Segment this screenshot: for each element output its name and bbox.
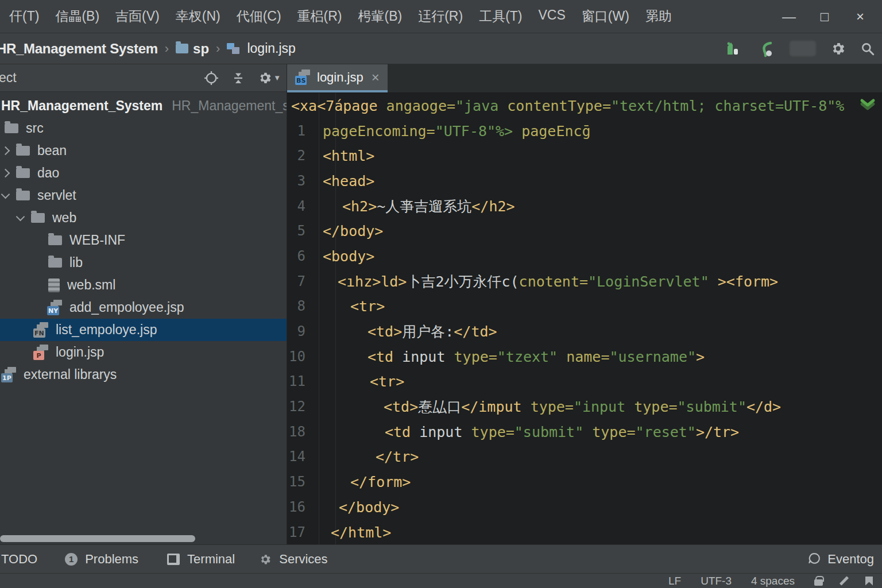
tree-item-servlet[interactable]: servlet — [0, 184, 287, 207]
jsp-file-icon: P — [33, 345, 49, 360]
code-line[interactable]: 9<td>用户各:</td> — [287, 319, 882, 344]
tool-window-button-problems[interactable]: 1Problems — [65, 552, 138, 567]
line-number: 16 — [287, 499, 305, 515]
breadcrumb-folder[interactable]: sp — [193, 41, 209, 57]
run-config-chip[interactable] — [790, 41, 816, 56]
tool-window-button-terminal[interactable]: Terminal — [167, 552, 235, 567]
status-item-4-spaces[interactable]: 4 spaces — [751, 575, 795, 587]
menu-item[interactable]: 重梠(R) — [289, 4, 350, 29]
locate-icon[interactable] — [204, 71, 219, 86]
menu-item[interactable]: 代佃(C) — [229, 4, 289, 29]
search-icon[interactable] — [860, 41, 875, 56]
breadcrumb-project[interactable]: HR_Management System — [0, 41, 158, 57]
bookmark-icon[interactable] — [865, 577, 873, 586]
code-line[interactable]: 2<html> — [287, 143, 882, 168]
status-item-lf[interactable]: LF — [668, 575, 681, 587]
code-line[interactable]: 6<body> — [287, 243, 882, 269]
menu-item[interactable]: 枵軰(B) — [350, 4, 411, 29]
menu-item[interactable]: 仠(T) — [1, 4, 47, 29]
menu-item[interactable]: 窗口(W) — [574, 4, 637, 29]
minimize-icon[interactable]: — — [775, 9, 803, 25]
code-line[interactable]: 12<td>惷厸口</imput type="input type="submi… — [287, 394, 882, 419]
tree-item-external-librarys[interactable]: 1Pexternal librarys — [0, 363, 287, 386]
tool-window-button-todo[interactable]: TODO — [1, 552, 37, 567]
tree-item-add-empoloyee-jsp[interactable]: NYadd_empoloyee.jsp — [0, 296, 287, 319]
close-icon[interactable]: × — [846, 9, 874, 25]
chevron-right-icon[interactable] — [1, 169, 10, 178]
line-number: 3 — [287, 173, 305, 189]
settings-icon[interactable] — [258, 71, 272, 85]
tab-login-jsp[interactable]: BS login.jsp × — [287, 64, 388, 92]
title-bar: 仠(T)信畾(B)吉靣(V)幸杈(N)代佃(C)重梠(R)枵軰(B)迋行(R)工… — [0, 0, 882, 33]
code-text: <tr> — [350, 298, 385, 315]
folder-icon — [16, 191, 30, 200]
code-line[interactable]: <xa<7ápage angaoge="java contentType="te… — [287, 93, 882, 118]
project-panel-title: ect — [0, 70, 17, 86]
menu-item[interactable]: 幸杈(N) — [168, 4, 229, 29]
code-text: <body> — [323, 247, 374, 264]
tree-item-dao[interactable]: dao — [0, 162, 287, 184]
tree-item-src[interactable]: src — [0, 117, 287, 140]
folder-icon — [16, 146, 30, 156]
event-log-button[interactable]: Eventog — [807, 552, 882, 567]
chevron-down-icon[interactable] — [1, 190, 10, 199]
code-line[interactable]: 3<head> — [287, 168, 882, 194]
collapse-all-icon[interactable] — [231, 71, 245, 86]
code-line[interactable]: 1pageEncoming="UTF-8"%> pageEncḡ — [287, 118, 882, 144]
menu-item[interactable]: 信畾(B) — [47, 4, 107, 29]
code-line[interactable]: 17</html> — [287, 520, 882, 545]
code-line[interactable]: 18<td input type="submit" type="reset">/… — [287, 419, 882, 444]
line-number: 7 — [287, 273, 305, 289]
breadcrumb-separator-icon: › — [216, 41, 220, 56]
lock-icon[interactable] — [814, 579, 823, 586]
tree-item-label: lib — [69, 255, 83, 270]
status-bar: LFUTF-34 spaces — [0, 573, 882, 588]
menu-item[interactable]: 罤助 — [637, 4, 680, 29]
code-line[interactable]: 16</body> — [287, 494, 882, 520]
breadcrumb: HR_Management System › sp › login.jsp — [0, 41, 296, 57]
tree-item-web-sml[interactable]: web.sml — [0, 274, 287, 296]
code-area[interactable]: <xa<7ápage angaoge="java contentType="te… — [287, 93, 882, 544]
tree-item-label: add_empoloyee.jsp — [69, 300, 184, 315]
horizontal-scrollbar[interactable] — [0, 535, 195, 542]
code-line[interactable]: 5</body> — [287, 218, 882, 243]
folder-icon — [5, 123, 18, 133]
menu-item[interactable]: VCS — [531, 4, 574, 29]
tree-item-login-jsp[interactable]: Plogin.jsp — [0, 341, 287, 363]
line-number: 9 — [287, 323, 305, 339]
code-line[interactable]: 11<tr> — [287, 369, 882, 394]
breadcrumb-file[interactable]: login.jsp — [247, 41, 295, 56]
vcs-update-icon[interactable] — [757, 40, 775, 58]
folder-icon — [48, 235, 62, 245]
tree-item-list-empoloye-jsp[interactable]: FNlist_empoloye.jsp — [0, 319, 287, 341]
code-line[interactable]: 7<ıhz>ld>卜吉2小万永仟c(cnotent="LoginServlet"… — [287, 269, 882, 294]
vcs-commit-icon[interactable] — [724, 40, 742, 58]
tree-item-bean[interactable]: bean — [0, 140, 287, 162]
code-line[interactable]: 4<h2>~人亊吉遛系坑</h2> — [287, 194, 882, 219]
chevron-down-icon[interactable] — [16, 212, 25, 222]
tree-item-web[interactable]: web — [0, 207, 287, 229]
line-number: 18 — [287, 424, 305, 440]
chevron-right-icon[interactable] — [1, 146, 10, 156]
code-line[interactable]: 10<td input type="tzext" name="username"… — [287, 344, 882, 369]
tree-item-hr-management-system[interactable]: HR_Management_SystemHR_Management_sy — [0, 95, 287, 117]
maximize-icon[interactable]: □ — [811, 9, 838, 25]
services-icon — [259, 553, 272, 566]
menu-item[interactable]: 迋行(R) — [410, 4, 471, 29]
code-line[interactable]: 8<tr> — [287, 294, 882, 319]
tree-item-lib[interactable]: lib — [0, 252, 287, 274]
menu-item[interactable]: 工具(T) — [471, 4, 530, 29]
edit-icon[interactable] — [840, 576, 849, 585]
tool-window-button-services[interactable]: Services — [259, 552, 327, 567]
code-text: <td input type="tzext" name="username"> — [368, 348, 705, 365]
menu-item[interactable]: 吉靣(V) — [107, 4, 168, 29]
close-tab-icon[interactable]: × — [372, 69, 380, 86]
tree-item-label: web — [52, 210, 76, 226]
code-line[interactable]: 15</form> — [287, 469, 882, 494]
folder-icon — [176, 44, 188, 53]
settings-icon[interactable] — [830, 41, 846, 56]
status-item-utf-3[interactable]: UTF-3 — [701, 575, 732, 587]
code-line[interactable]: 14</tr> — [287, 444, 882, 470]
project-panel-header: ect ▼ — [0, 64, 287, 92]
tree-item-web-inf[interactable]: WEB-INF — [0, 229, 287, 252]
